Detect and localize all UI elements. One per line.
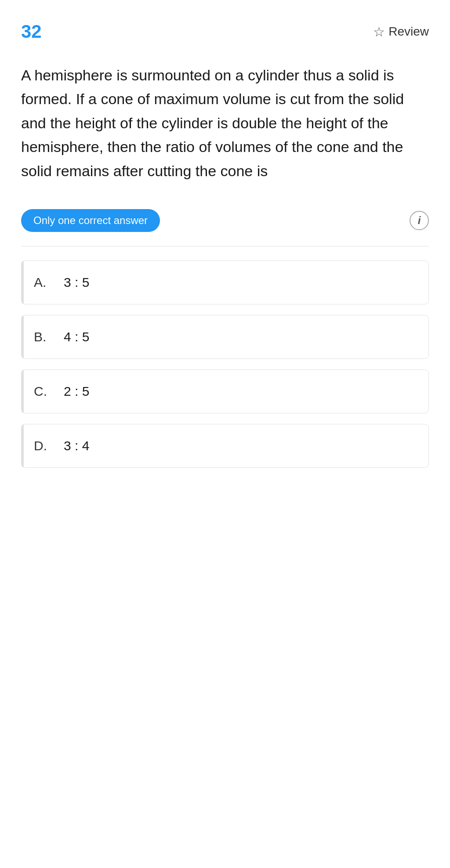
info-icon[interactable]: i — [410, 211, 429, 230]
option-label: A. — [34, 275, 51, 290]
option-value: 3 : 4 — [64, 438, 89, 453]
question-text: A hemisphere is surmounted on a cylinder… — [21, 63, 429, 183]
option-item[interactable]: A.3 : 5 — [21, 260, 429, 304]
header: 32 ☆ Review — [21, 21, 429, 42]
review-button[interactable]: ☆ Review — [373, 24, 429, 40]
page-container: 32 ☆ Review A hemisphere is surmounted o… — [0, 0, 450, 868]
answer-type-badge: Only one correct answer — [21, 209, 160, 232]
option-item[interactable]: B.4 : 5 — [21, 315, 429, 359]
options-list: A.3 : 5B.4 : 5C.2 : 5D.3 : 4 — [21, 260, 429, 478]
option-label: D. — [34, 438, 51, 453]
answer-type-row: Only one correct answer i — [21, 209, 429, 232]
option-value: 3 : 5 — [64, 275, 89, 290]
option-value: 2 : 5 — [64, 384, 89, 399]
question-number: 32 — [21, 21, 42, 42]
option-item[interactable]: D.3 : 4 — [21, 424, 429, 468]
option-value: 4 : 5 — [64, 329, 89, 344]
divider — [21, 246, 429, 247]
option-label: C. — [34, 384, 51, 399]
review-label: Review — [388, 25, 429, 39]
option-label: B. — [34, 329, 51, 344]
option-item[interactable]: C.2 : 5 — [21, 369, 429, 413]
star-icon: ☆ — [373, 24, 385, 40]
